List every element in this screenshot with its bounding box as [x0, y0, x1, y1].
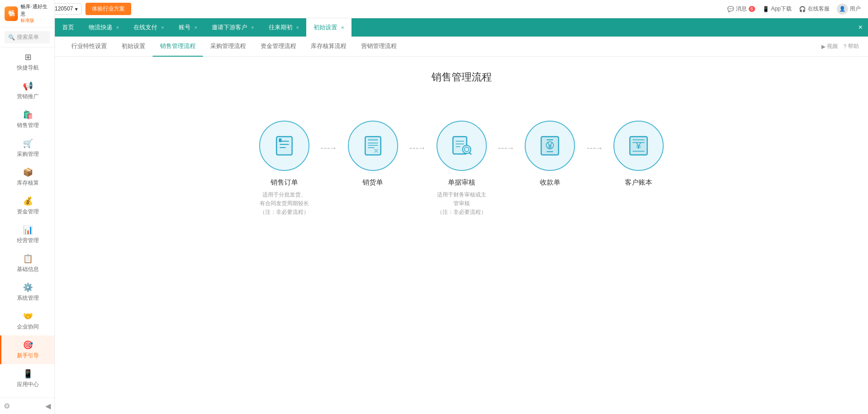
close-all-tabs-button[interactable]: ×	[853, 18, 868, 37]
avatar: 👤	[837, 4, 848, 15]
collapse-sidebar-button[interactable]: ◀	[45, 402, 51, 410]
video-icon: ▶	[821, 43, 825, 50]
flow-desc-sales-order: 适用于分批发货、有合同发货周期较长（注：非必要流程）	[260, 191, 309, 217]
sidebar-item-new-guide-label: 新手引导	[17, 352, 39, 360]
flow-circle-sales-invoice	[348, 121, 398, 171]
tab-home[interactable]: 首页	[55, 18, 81, 37]
sidebar-item-inventory-label: 库存核算	[17, 179, 39, 187]
app-download-label: App下载	[771, 5, 792, 13]
flow-arrow-3: - - -→	[498, 121, 514, 153]
svg-line-16	[469, 153, 471, 154]
sidebar-item-quick-nav[interactable]: ⊞ 快捷导航	[0, 48, 54, 76]
sidebar-item-purchase-mgmt[interactable]: 🛒 采购管理	[0, 134, 54, 163]
svg-rect-4	[279, 138, 282, 142]
sidebar-item-basic-info[interactable]: 📋 基础信息	[0, 249, 54, 278]
help-button[interactable]: ? 帮助	[843, 42, 859, 50]
app-center-icon: 📱	[23, 369, 33, 379]
sub-tab-industry-settings-label: 行业特性设置	[71, 42, 107, 49]
tab-logistics-label: 物流快递	[89, 23, 112, 32]
tab-period-initial-close[interactable]: ×	[296, 25, 299, 30]
sub-tab-inventory-calc-flow-label: 库存核算流程	[311, 42, 346, 49]
sidebar-search-area[interactable]: 🔍 搜索菜单	[0, 27, 54, 48]
sidebar-item-sales-mgmt[interactable]: 🛍️ 销售管理	[0, 105, 54, 134]
sidebar-item-sys-mgmt[interactable]: ⚙️ 系统管理	[0, 278, 54, 307]
tab-online-payment-close[interactable]: ×	[161, 25, 164, 30]
sub-tab-initial-setup[interactable]: 初始设置	[114, 37, 153, 57]
user-menu-item[interactable]: 👤 用户	[837, 4, 861, 15]
sidebar-item-new-guide[interactable]: 🎯 新手引导	[0, 335, 54, 364]
tab-period-initial[interactable]: 往来期初 ×	[261, 18, 306, 37]
search-icon: 🔍	[8, 34, 15, 41]
sub-tab-industry-settings[interactable]: 行业特性设置	[64, 37, 114, 57]
sys-icon: ⚙️	[23, 282, 33, 292]
flow-step-customer-ledger: ¥ 客户账本	[602, 121, 675, 191]
settings-button[interactable]: ⚙	[4, 402, 10, 410]
sidebar-item-enterprise-wechat[interactable]: 💬 企业微信	[0, 393, 54, 398]
online-service-item[interactable]: 🎧 在线客服	[799, 5, 830, 13]
sub-tab-finance-mgmt-flow-label: 资金管理流程	[261, 42, 296, 49]
experience-button[interactable]: 体验行业方案	[85, 3, 131, 15]
nav-tabs: 首页 物流快递 × 在线支付 × 账号 × 邀请下游客户 × 往来期初 × 初始…	[55, 18, 868, 37]
sidebar-item-enterprise-coop-label: 企业协同	[17, 323, 39, 331]
sidebar-item-app-center[interactable]: 📱 应用中心	[0, 364, 54, 393]
headset-icon: 🎧	[799, 6, 806, 12]
video-help-button[interactable]: ▶ 视频	[821, 42, 838, 50]
message-badge: 6	[749, 6, 755, 12]
sub-tab-marketing-mgmt-flow[interactable]: 营销管理流程	[354, 37, 404, 57]
tab-invite-downstream-close[interactable]: ×	[251, 25, 254, 30]
help-icon: ?	[843, 43, 847, 50]
top-bar: 用户690企业1660120507 ▾ 体验行业方案 💬 消息 6 📱 App下…	[0, 0, 868, 18]
tab-online-payment[interactable]: 在线支付 ×	[126, 18, 171, 37]
tab-initial-setup-label: 初始设置	[314, 23, 337, 32]
basic-info-icon: 📋	[23, 254, 33, 264]
tab-invite-downstream[interactable]: 邀请下游客户 ×	[204, 18, 261, 37]
app-download-item[interactable]: 📱 App下载	[762, 5, 792, 13]
flow-arrow-2: - - -→	[410, 121, 425, 153]
svg-rect-6	[368, 139, 378, 141]
business-icon: 📊	[23, 225, 33, 235]
sidebar-item-purchase-mgmt-label: 采购管理	[17, 150, 39, 158]
sidebar-item-finance-mgmt[interactable]: 💰 资金管理	[0, 191, 54, 220]
arrow-1-icon: - - -→	[321, 143, 336, 153]
main-content: 行业特性设置 初始设置 销售管理流程 采购管理流程 资金管理流程 库存核算流程 …	[55, 37, 868, 414]
message-item[interactable]: 💬 消息 6	[727, 5, 755, 13]
arrow-2-icon: - - -→	[410, 143, 425, 153]
sidebar-item-app-center-label: 应用中心	[17, 381, 39, 388]
tab-initial-setup[interactable]: 初始设置 ×	[306, 18, 351, 37]
sidebar-item-business-mgmt[interactable]: 📊 经营管理	[0, 220, 54, 249]
flow-circle-sales-order	[259, 121, 309, 171]
sidebar-item-quick-nav-label: 快捷导航	[17, 64, 39, 72]
sidebar-item-marketing-promo-label: 营销推广	[17, 93, 39, 101]
top-bar-right: 💬 消息 6 📱 App下载 🎧 在线客服 👤 用户	[727, 4, 861, 15]
tab-logistics[interactable]: 物流快递 ×	[81, 18, 126, 37]
sub-tab-sales-mgmt-flow-label: 销售管理流程	[160, 42, 196, 49]
sub-tab-sales-mgmt-flow[interactable]: 销售管理流程	[153, 37, 203, 57]
search-menu-button[interactable]: 🔍 搜索菜单	[5, 31, 50, 43]
tab-account[interactable]: 账号 ×	[171, 18, 204, 37]
tab-initial-setup-close[interactable]: ×	[341, 25, 344, 30]
flow-label-sales-invoice: 销货单	[362, 178, 383, 187]
sidebar-item-sales-mgmt-label: 销售管理	[17, 122, 39, 129]
sidebar-logo: 畅 畅库·通好生意 标准版	[0, 0, 54, 27]
sub-tab-finance-mgmt-flow[interactable]: 资金管理流程	[253, 37, 304, 57]
sidebar-item-inventory[interactable]: 📦 库存核算	[0, 163, 54, 191]
flow-label-customer-ledger: 客户账本	[625, 178, 652, 187]
tab-period-initial-label: 往来期初	[269, 23, 293, 32]
flow-label-receipt: 收款单	[540, 178, 560, 187]
flow-step-sales-invoice: 销货单	[336, 121, 410, 191]
sub-tab-inventory-calc-flow[interactable]: 库存核算流程	[304, 37, 354, 57]
flow-diagram: 销售订单 适用于分批发货、有合同发货周期较长（注：非必要流程） - - -→	[73, 111, 850, 235]
logo-icon: 畅	[5, 6, 18, 21]
sidebar-item-basic-info-label: 基础信息	[17, 265, 39, 273]
sidebar-item-marketing-promo[interactable]: 📢 营销推广	[0, 76, 54, 105]
sales-icon: 🛍️	[23, 110, 33, 120]
sidebar-item-enterprise-coop[interactable]: 🤝 企业协同	[0, 307, 54, 335]
sub-tab-purchase-mgmt-flow[interactable]: 采购管理流程	[203, 37, 253, 57]
flow-desc-doc-review: 适用于财务审核或主管审核（注：非必要流程）	[437, 191, 486, 217]
flow-label-sales-order: 销售订单	[271, 178, 298, 187]
flow-circle-doc-review	[437, 121, 487, 171]
tab-account-close[interactable]: ×	[194, 25, 197, 30]
dropdown-icon: ▾	[75, 6, 78, 12]
inventory-icon: 📦	[23, 167, 33, 177]
tab-logistics-close[interactable]: ×	[116, 25, 119, 30]
